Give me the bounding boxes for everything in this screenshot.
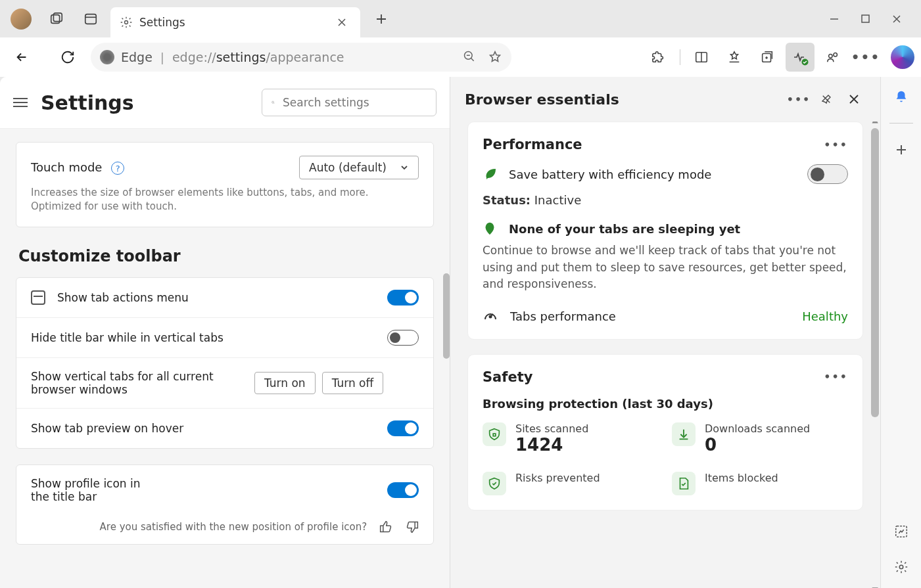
thumbs-up-icon[interactable] bbox=[379, 520, 392, 533]
screenshot-icon[interactable] bbox=[889, 520, 913, 543]
safety-subtitle: Browsing protection (last 30 days) bbox=[483, 397, 848, 411]
profile-icon-card: Show profile icon in the title bar Are y… bbox=[16, 464, 434, 545]
touch-mode-label: Touch mode bbox=[31, 160, 102, 174]
scroll-up-arrow[interactable]: ▲ bbox=[871, 122, 879, 124]
collections-icon[interactable] bbox=[753, 43, 782, 72]
sleep-heading: None of your tabs are sleeping yet bbox=[509, 222, 740, 236]
safety-more-icon[interactable]: ••• bbox=[824, 371, 848, 383]
thumbs-down-icon[interactable] bbox=[406, 520, 419, 533]
tab-title: Settings bbox=[139, 16, 333, 29]
zoom-out-icon[interactable] bbox=[463, 50, 476, 64]
svg-point-10 bbox=[834, 53, 838, 57]
svg-point-15 bbox=[899, 565, 903, 569]
shield-lock-icon bbox=[483, 422, 506, 446]
leaf-icon bbox=[483, 166, 498, 182]
profile-icon-label: Show profile icon in the title bar bbox=[31, 477, 149, 503]
address-bar: Edge | edge://settings/appearance ••• bbox=[0, 37, 921, 77]
performance-card: Performance ••• Save battery with effici… bbox=[467, 122, 863, 340]
gear-icon bbox=[120, 16, 133, 29]
profile-avatar[interactable] bbox=[11, 9, 32, 30]
profile-menu-icon[interactable] bbox=[818, 43, 847, 72]
right-sidebar bbox=[880, 77, 921, 588]
add-sidebar-icon[interactable] bbox=[889, 138, 913, 162]
stat-sites-scanned: Sites scanned 1424 bbox=[483, 422, 659, 455]
help-icon[interactable]: ? bbox=[111, 162, 124, 175]
chevron-down-icon bbox=[400, 163, 409, 172]
copilot-icon[interactable] bbox=[891, 45, 914, 69]
split-screen-icon[interactable] bbox=[687, 43, 716, 72]
stat-downloads-scanned: Downloads scanned 0 bbox=[672, 422, 848, 455]
customize-toolbar-heading: Customize toolbar bbox=[18, 247, 434, 265]
tabs-health-status: Healthy bbox=[802, 309, 848, 323]
essentials-scrollbar[interactable] bbox=[871, 128, 879, 417]
performance-more-icon[interactable]: ••• bbox=[824, 139, 848, 151]
feedback-text: Are you satisfied with the new position … bbox=[100, 521, 367, 533]
essentials-close-button[interactable] bbox=[842, 87, 866, 111]
settings-title: Settings bbox=[41, 91, 248, 114]
battery-mode-toggle[interactable] bbox=[807, 164, 848, 184]
safety-title: Safety bbox=[483, 369, 824, 385]
touch-mode-select[interactable]: Auto (default) bbox=[299, 156, 419, 179]
minimize-button[interactable] bbox=[830, 14, 839, 24]
toolbar-card: Show tab actions menu Hide title bar whi… bbox=[16, 277, 434, 449]
shield-check-icon bbox=[483, 472, 506, 495]
svg-rect-4 bbox=[862, 15, 869, 22]
safety-card: Safety ••• Browsing protection (last 30 … bbox=[467, 354, 863, 510]
url-text: edge://settings/appearance bbox=[172, 50, 344, 64]
search-icon bbox=[272, 97, 275, 108]
essentials-pin-button[interactable] bbox=[815, 87, 838, 111]
workspaces-icon[interactable] bbox=[43, 6, 70, 32]
browser-essentials-icon[interactable] bbox=[786, 43, 815, 72]
gauge-icon bbox=[483, 309, 498, 325]
window-controls bbox=[830, 14, 916, 24]
battery-mode-label: Save battery with efficiency mode bbox=[509, 168, 797, 181]
sidebar-settings-icon[interactable] bbox=[889, 555, 913, 579]
search-settings-box[interactable] bbox=[262, 89, 437, 116]
tab-actions-toggle[interactable] bbox=[387, 290, 419, 305]
svg-point-3 bbox=[125, 21, 128, 24]
performance-title: Performance bbox=[483, 137, 824, 152]
more-menu-icon[interactable]: ••• bbox=[851, 43, 880, 72]
svg-rect-2 bbox=[85, 14, 97, 24]
turn-on-button[interactable]: Turn on bbox=[254, 372, 316, 394]
touch-mode-card: Touch mode ? Auto (default) Increases th… bbox=[16, 142, 434, 227]
notifications-icon[interactable] bbox=[889, 85, 913, 108]
svg-point-11 bbox=[272, 101, 274, 103]
refresh-button[interactable] bbox=[53, 42, 83, 72]
favorite-icon[interactable] bbox=[488, 50, 502, 64]
stat-risks-prevented: Risks prevented bbox=[483, 472, 659, 495]
tab-actions-label: Show tab actions menu bbox=[57, 291, 387, 304]
tab-preview-toggle[interactable] bbox=[387, 420, 419, 436]
extensions-icon[interactable] bbox=[644, 43, 673, 72]
stat-items-blocked: Items blocked bbox=[672, 472, 848, 495]
profile-icon-toggle[interactable] bbox=[387, 482, 419, 498]
tab-actions-icon bbox=[31, 290, 45, 305]
sleep-description: Continue to browse and we'll keep track … bbox=[483, 242, 848, 293]
maximize-button[interactable] bbox=[861, 14, 870, 24]
new-tab-button[interactable] bbox=[368, 6, 394, 32]
hide-titlebar-toggle[interactable] bbox=[387, 330, 419, 346]
file-check-icon bbox=[672, 472, 696, 495]
scroll-down-arrow[interactable]: ▼ bbox=[871, 585, 879, 588]
search-settings-input[interactable] bbox=[283, 96, 427, 109]
product-label: Edge bbox=[121, 50, 153, 64]
svg-rect-13 bbox=[493, 434, 496, 436]
leaf-icon bbox=[483, 221, 497, 236]
essentials-more-button[interactable]: ••• bbox=[787, 87, 811, 111]
status-line: Status: Inactive bbox=[483, 193, 848, 207]
browser-tab[interactable]: Settings bbox=[110, 7, 360, 37]
tab-close-button[interactable] bbox=[333, 13, 351, 32]
back-button[interactable] bbox=[7, 42, 37, 72]
svg-point-9 bbox=[829, 54, 833, 58]
settings-scrollbar[interactable] bbox=[443, 273, 450, 359]
tab-overview-icon[interactable] bbox=[78, 6, 104, 32]
hamburger-menu[interactable] bbox=[13, 98, 28, 107]
titlebar: Settings bbox=[0, 0, 921, 37]
svg-point-12 bbox=[490, 315, 492, 317]
favorites-list-icon[interactable] bbox=[720, 43, 749, 72]
url-box[interactable]: Edge | edge://settings/appearance bbox=[91, 43, 511, 72]
edge-logo-icon bbox=[100, 50, 114, 64]
turn-off-button[interactable]: Turn off bbox=[322, 372, 384, 394]
touch-mode-desc: Increases the size of browser elements l… bbox=[31, 186, 419, 214]
close-window-button[interactable] bbox=[892, 14, 901, 24]
